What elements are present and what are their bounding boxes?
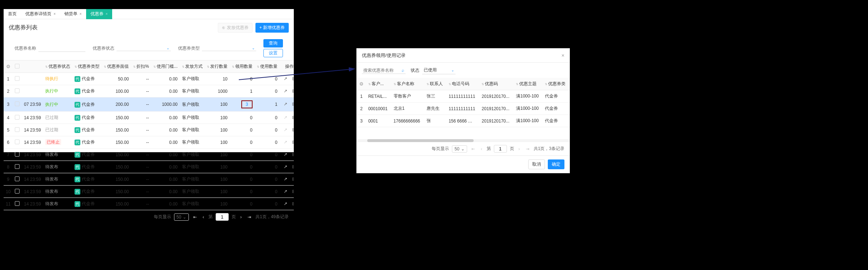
gear-column[interactable]: ⚙ bbox=[4, 61, 13, 73]
customer-code-column[interactable]: ⇅客户... bbox=[366, 78, 391, 90]
coupon-type-select[interactable]: ⌄ bbox=[202, 45, 256, 51]
page-input[interactable] bbox=[494, 145, 507, 153]
gear-column[interactable]: ⚙ bbox=[357, 78, 366, 90]
share-icon[interactable]: ↗ bbox=[283, 101, 288, 107]
share-icon[interactable]: ↗ bbox=[283, 88, 288, 94]
distribute-coupon-button[interactable]: ⊕ 发放优惠券 bbox=[218, 23, 252, 33]
table-row[interactable]: 3 07 23:59 执行中 代代金券 200.00 -- 1000.00 客户… bbox=[4, 97, 294, 112]
settings-button[interactable]: 设置 bbox=[263, 49, 283, 57]
qrcode-icon[interactable]: ⊞ bbox=[291, 115, 294, 121]
coupon-code-column[interactable]: ⇅优惠码 bbox=[479, 78, 514, 90]
coupon-name-input[interactable] bbox=[38, 45, 85, 52]
close-icon[interactable]: × bbox=[80, 12, 82, 16]
last-page-button[interactable]: ⇥ bbox=[246, 215, 253, 220]
row-checkbox-cell bbox=[13, 73, 22, 85]
row-checkbox[interactable] bbox=[15, 115, 20, 120]
qrcode-icon[interactable]: ⊞ bbox=[291, 88, 294, 94]
threshold-column[interactable]: ⇅使用门槛... bbox=[151, 61, 180, 73]
face-column[interactable]: ⇅优惠券面值 bbox=[102, 61, 131, 73]
per-page-select[interactable]: 50 ⌄ bbox=[452, 145, 467, 153]
table-row[interactable]: 1 待执行 代代金券 50.00 -- 0.00 客户领取 10 0 0 ↗ ⊞ bbox=[4, 73, 294, 85]
sort-icon: ⇅ bbox=[45, 66, 48, 68]
coupon-status-select[interactable]: ⌄ bbox=[117, 45, 171, 51]
claimed-column[interactable]: ⇅领用数量 bbox=[230, 61, 255, 73]
type-column[interactable]: ⇅优惠券类型 bbox=[72, 61, 102, 73]
sort-icon: ⇅ bbox=[449, 83, 451, 86]
first-page-button[interactable]: ⇤ bbox=[192, 215, 198, 220]
table-row[interactable]: 5 14 23:59 已过期 代代金券 150.00 -- 0.00 客户领取 … bbox=[4, 124, 294, 136]
share-icon[interactable]: ↗ bbox=[283, 76, 288, 82]
table-row[interactable]: 8 14 23:59 待发布 代代金券 150.00 -- 0.00 客户领取 … bbox=[4, 161, 294, 173]
prev-page-button[interactable]: ‹ bbox=[201, 215, 206, 220]
last-page-button[interactable]: ⇥ bbox=[524, 146, 531, 151]
table-row[interactable]: 10 14 23:59 待发布 代代金券 150.00 -- 0.00 客户领取… bbox=[4, 186, 294, 198]
qrcode-icon[interactable]: ⊞ bbox=[291, 101, 294, 107]
close-icon[interactable]: × bbox=[106, 12, 108, 16]
row-checkbox[interactable] bbox=[15, 164, 20, 169]
table-row[interactable]: 6 14 23:59 已终止 代代金券 150.00 -- 0.00 客户领取 … bbox=[4, 136, 294, 149]
table-row[interactable]: 2 00010001 北京1 唐先生 11111111111 201912017… bbox=[357, 103, 570, 115]
table-row[interactable]: 4 14 23:59 已过期 代代金券 150.00 -- 0.00 客户领取 … bbox=[4, 112, 294, 124]
phone-column[interactable]: ⇅电话号码 bbox=[446, 78, 479, 90]
table-row[interactable]: 7 14 23:59 待发布 代代金券 150.00 -- 0.00 客户领取 … bbox=[4, 149, 294, 161]
claimed-link[interactable]: 3 bbox=[241, 100, 253, 108]
coupon-table-wrap: ⚙ ⇅优惠券状态 ⇅优惠券类型 ⇅优惠券面值 ⇅折扣% ⇅使用门槛... ⇅发放… bbox=[4, 60, 294, 210]
select-all-checkbox[interactable] bbox=[15, 64, 20, 68]
cancel-button[interactable]: 取消 bbox=[528, 159, 545, 169]
horizontal-scrollbar[interactable] bbox=[357, 139, 570, 142]
row-checkbox[interactable] bbox=[15, 152, 20, 157]
coupon-subject-column[interactable]: ⇅优惠主题 bbox=[514, 78, 543, 90]
search-icon[interactable]: ⌕ bbox=[402, 68, 404, 73]
search-input[interactable] bbox=[363, 68, 399, 73]
row-checkbox[interactable] bbox=[15, 176, 20, 181]
table-row[interactable]: 1 RETAIL... 零散客户 张三 11111111111 20191201… bbox=[357, 90, 570, 103]
timestamp-column[interactable] bbox=[22, 61, 43, 73]
issued-column[interactable]: ⇅发行数量 bbox=[205, 61, 230, 73]
tab-home[interactable]: 首页 bbox=[4, 9, 21, 19]
first-page-button[interactable]: ⇤ bbox=[470, 146, 477, 151]
query-button[interactable]: 查询 bbox=[263, 39, 283, 47]
qrcode-icon[interactable]: ⊞ bbox=[291, 189, 294, 195]
close-icon[interactable]: × bbox=[562, 53, 564, 58]
page-input[interactable] bbox=[216, 213, 229, 221]
row-checkbox[interactable] bbox=[15, 189, 20, 194]
voucher-badge-icon: 代 bbox=[75, 201, 80, 207]
close-icon[interactable]: × bbox=[54, 12, 56, 16]
row-checkbox[interactable] bbox=[15, 140, 20, 144]
qrcode-icon[interactable]: ⊞ bbox=[291, 152, 294, 158]
qrcode-icon[interactable]: ⊞ bbox=[291, 76, 294, 82]
row-number: 7 bbox=[4, 149, 13, 161]
table-row[interactable]: 11 14 23:59 待发布 代代金券 150.00 -- 0.00 客户领取… bbox=[4, 198, 294, 210]
prev-page-button[interactable]: ‹ bbox=[479, 146, 484, 151]
row-checkbox[interactable] bbox=[15, 127, 20, 132]
row-checkbox[interactable] bbox=[15, 101, 20, 106]
table-row[interactable]: 2 执行中 代代金券 100.00 -- 0.00 客户领取 1000 1 0 … bbox=[4, 85, 294, 97]
row-checkbox[interactable] bbox=[15, 201, 20, 206]
discount-column[interactable]: ⇅折扣% bbox=[131, 61, 151, 73]
qrcode-icon[interactable]: ⊞ bbox=[291, 127, 294, 133]
table-row[interactable]: 3 0001 17666666666 张 156 6666 … 20191201… bbox=[357, 115, 570, 127]
contact-column[interactable]: ⇅联系人 bbox=[424, 78, 446, 90]
qrcode-icon[interactable]: ⊞ bbox=[291, 164, 294, 170]
qrcode-icon[interactable]: ⊞ bbox=[291, 201, 294, 207]
method-column[interactable]: ⇅发放方式 bbox=[180, 61, 205, 73]
next-page-button[interactable]: › bbox=[517, 146, 521, 151]
row-checkbox[interactable] bbox=[15, 76, 20, 81]
tab-coupon-detail[interactable]: 优惠券详情页 × bbox=[21, 9, 60, 19]
tab-sales-order[interactable]: 销货单 × bbox=[60, 9, 86, 19]
status-column[interactable]: ⇅优惠券状态 bbox=[43, 61, 72, 73]
confirm-button[interactable]: 确定 bbox=[548, 159, 564, 169]
next-page-button[interactable]: › bbox=[239, 215, 243, 220]
add-coupon-button[interactable]: + 新增优惠券 bbox=[255, 23, 289, 33]
qrcode-icon[interactable]: ⊞ bbox=[291, 176, 294, 182]
used-column[interactable]: ⇅使用数量 bbox=[255, 61, 280, 73]
customer-name-column[interactable]: ⇅客户名称 bbox=[391, 78, 424, 90]
table-row[interactable]: 9 14 23:59 待发布 代代金券 150.00 -- 0.00 客户领取 … bbox=[4, 173, 294, 186]
per-page-select[interactable]: 50 ⌄ bbox=[174, 213, 189, 221]
status-select[interactable]: 已使用 ⌄ bbox=[422, 66, 456, 74]
row-checkbox[interactable] bbox=[15, 88, 20, 93]
tab-coupon[interactable]: 优惠券 × bbox=[86, 9, 112, 19]
row-checkbox-cell bbox=[13, 97, 22, 112]
qrcode-icon[interactable]: ⊞ bbox=[291, 140, 294, 145]
coupon-type-column[interactable]: ⇅优惠券类 bbox=[543, 78, 570, 90]
